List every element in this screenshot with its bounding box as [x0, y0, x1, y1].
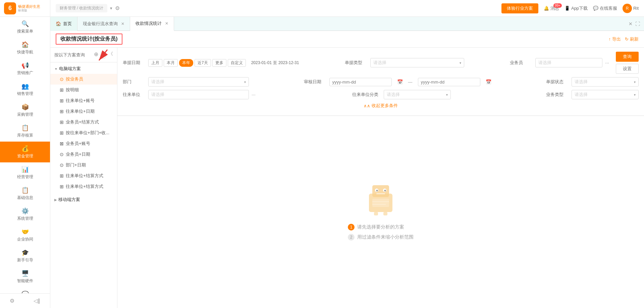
export-button[interactable]: ↑ 导出 [609, 36, 621, 42]
sidebar-item-basic-info[interactable]: 📋 基础信息 [0, 183, 50, 204]
maximize-icon[interactable]: ⛶ [635, 21, 640, 27]
left-panel: 按以下方案查询 ⊕ ⚙ 《 ▼ 电脑端方案 ⊙ 按业务员 [50, 48, 117, 308]
guide-icon: 🎓 [21, 249, 29, 256]
settings-icon[interactable]: ⚙ [115, 5, 120, 11]
collapse-sidebar-icon[interactable]: ◁∥ [34, 298, 40, 304]
trial-button[interactable]: 体验行业方案 [501, 3, 538, 13]
tab-receipt-stats-close-icon[interactable]: ✕ [165, 21, 168, 26]
top-header: 财务管理 / 收款情况统计 ▾ ⚙ 体验行业方案 🔔 消息 99+ 📱 App下… [50, 0, 644, 17]
sidebar-item-wechat[interactable]: 💬 企业微信 [0, 287, 50, 293]
app-download-button[interactable]: 📱 App下载 [565, 5, 588, 11]
svg-rect-3 [372, 185, 389, 197]
biz-type-select[interactable]: 请选择 ▾ [572, 90, 639, 99]
review-date-end-input[interactable] [418, 78, 480, 86]
scheme-item-unit-date[interactable]: ⊞ 往来单位+日期 [50, 106, 117, 117]
doc-type-select[interactable]: 请选择 ▾ [370, 58, 464, 67]
breadcrumb: 财务管理 / 收款情况统计 [56, 4, 107, 12]
scheme-item-unit-dept-receipt[interactable]: ⊞ 按往来单位+部门+收... [50, 127, 117, 138]
svg-rect-9 [372, 199, 389, 207]
partner-category-select[interactable]: 请选择 ▾ [384, 90, 451, 99]
unit-method2-icon: ⊞ [60, 173, 64, 178]
user-avatar[interactable]: R Rit [623, 4, 639, 13]
settings-button[interactable]: 设置 [616, 64, 639, 74]
empty-state: 1 请先选择要分析的方案 2 用过滤条件来缩小分析范围 [117, 116, 644, 308]
page-header: 收款情况统计(按业务员) ↑ 导出 ↻ 刷新 [50, 31, 644, 48]
scheme-item-dept-date[interactable]: ⊙ 部门+日期 [50, 160, 117, 170]
sidebar-item-marketing[interactable]: 📢 营销推广 [0, 58, 50, 79]
sidebar-item-enterprise[interactable]: 🤝 企业协同 [0, 225, 50, 246]
salesman-label: 业务员 [510, 60, 530, 66]
scheme-item-salesman-account[interactable]: ⊠ 业务员+账号 [50, 138, 117, 149]
left-panel-header-actions: ⊕ ⚙ 《 [94, 51, 113, 59]
date-btn-7days[interactable]: 近7天 [195, 59, 211, 67]
sidebar-item-quick-nav[interactable]: 🏠 快捷导航 [0, 38, 50, 58]
collapse-left-panel-icon[interactable]: 《 [108, 51, 113, 59]
review-date-calendar-start-icon[interactable]: 📅 [397, 79, 403, 85]
close-window-icon[interactable]: ✕ [629, 21, 633, 27]
add-scheme-icon[interactable]: ⊕ [94, 51, 98, 59]
tab-bank-flow[interactable]: 现金银行流水查询 ✕ [77, 17, 130, 31]
unit-date-icon: ⊞ [60, 109, 64, 114]
biz-type-label: 业务类型 [546, 92, 566, 98]
partner-more-icon[interactable]: ··· [252, 92, 256, 97]
partner-select[interactable]: 请选择 [148, 90, 249, 99]
biz-type-chevron-icon: ▾ [634, 93, 636, 97]
scheme-item-salesman-method[interactable]: ⊞ 业务员+结算方式 [50, 117, 117, 127]
page-title-box: 收款情况统计(按业务员) [56, 34, 122, 45]
scheme-settings-icon[interactable]: ⚙ [100, 51, 106, 59]
mobile-group-header[interactable]: ▶ 移动端方案 [50, 195, 117, 205]
doc-type-chevron-icon: ▾ [460, 61, 461, 65]
date-btn-last-month[interactable]: 上月 [148, 59, 162, 67]
mobile-scheme-group: ▶ 移动端方案 [50, 193, 117, 206]
sidebar-item-search-menu[interactable]: 🔍 搜索菜单 [0, 17, 50, 38]
scheme-item-unit-account[interactable]: ⊞ 往来单位+账号 [50, 95, 117, 106]
date-btn-more[interactable]: 更多 [212, 59, 226, 67]
sidebar-item-smart-hw[interactable]: 🖥️ 智能硬件 [0, 266, 50, 287]
desktop-scheme-group: ▼ 电脑端方案 ⊙ 按业务员 ⊞ 按明细 ⊞ 往来单位+账号 [50, 62, 117, 193]
tab-home[interactable]: 🏠 首页 [50, 17, 77, 31]
scheme-item-salesman-date[interactable]: ⊙ 业务员+日期 [50, 149, 117, 160]
scheme-item-unit-method3[interactable]: ⊞ 往来单位+结算方式 [50, 181, 117, 192]
salesman-select[interactable]: 请选择 [535, 58, 602, 67]
tab-bank-flow-close-icon[interactable]: ✕ [121, 21, 124, 26]
online-service-button[interactable]: 💬 在线客服 [593, 5, 617, 11]
dept-label: 部门 [123, 79, 143, 85]
collapse-icon: ∧∧ [364, 103, 370, 108]
filter-action-buttons: 查询 设置 [616, 52, 639, 74]
partner-label: 往来单位 [123, 92, 143, 98]
sidebar-item-system[interactable]: ⚙️ 系统管理 [0, 204, 50, 225]
scheme-item-by-salesman[interactable]: ⊙ 按业务员 [50, 74, 117, 85]
query-button[interactable]: 查询 [616, 52, 639, 62]
review-date-calendar-end-icon[interactable]: 📅 [486, 79, 491, 85]
sidebar-item-inventory[interactable]: 📋 库存核算 [0, 121, 50, 142]
review-date-start-input[interactable] [329, 78, 392, 86]
scheme-item-by-detail[interactable]: ⊞ 按明细 [50, 85, 117, 95]
collapse-more-conditions-button[interactable]: ∧∧ 收起更多条件 [364, 103, 398, 109]
sidebar-item-finance[interactable]: 💰 资金管理 [0, 142, 50, 162]
wechat-icon: 💬 [21, 291, 29, 293]
dept-date-icon: ⊙ [60, 162, 64, 168]
sidebar-nav: 🔍 搜索菜单 🏠 快捷导航 📢 营销推广 👥 销售管理 📦 采购管理 📋 [0, 17, 50, 293]
date-btn-custom[interactable]: 自定义 [228, 59, 246, 67]
dropdown-arrow-icon[interactable]: ▾ [110, 6, 112, 11]
notification-button[interactable]: 🔔 消息 99+ [544, 5, 559, 11]
refresh-button[interactable]: ↻ 刷新 [625, 36, 639, 42]
search-menu-icon: 🔍 [21, 20, 29, 28]
review-date-label: 审核日期 [304, 79, 324, 85]
date-btn-this-year[interactable]: 本年 [179, 59, 193, 67]
sidebar-item-purchase[interactable]: 📦 采购管理 [0, 100, 50, 121]
settings-gear-icon[interactable]: ⚙ [10, 298, 14, 304]
svg-point-6 [376, 190, 378, 192]
date-btn-this-month[interactable]: 本月 [164, 59, 178, 67]
tab-receipt-stats[interactable]: 收款情况统计 ✕ [130, 17, 174, 31]
sidebar-item-guide[interactable]: 🎓 新手引导 [0, 246, 50, 266]
doc-status-select[interactable]: 请选择 ▾ [572, 77, 639, 87]
sidebar-item-operations[interactable]: 📊 经营管理 [0, 162, 50, 183]
desktop-group-header[interactable]: ▼ 电脑端方案 [50, 64, 117, 74]
dept-select[interactable]: 请选择 ▾ [148, 77, 249, 87]
sidebar-item-sales[interactable]: 👥 销售管理 [0, 79, 50, 100]
salesman-more-icon[interactable]: ··· [605, 60, 609, 65]
svg-rect-12 [374, 212, 378, 215]
scheme-item-unit-method2[interactable]: ⊞ 往来单位+结算方式 [50, 170, 117, 181]
unit-dept-icon: ⊞ [60, 130, 64, 136]
